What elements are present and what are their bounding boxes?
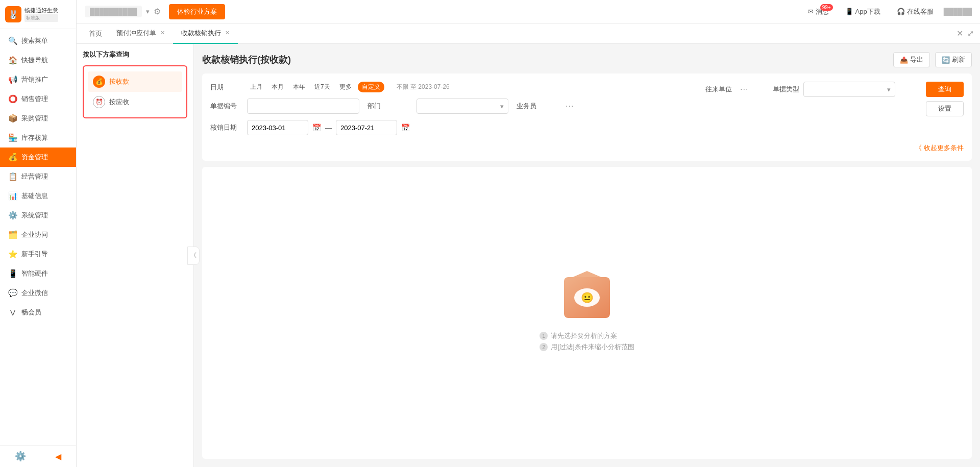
sidebar-bottom: ⚙️ ◀ <box>0 445 76 467</box>
sidebar-item-search-menu[interactable]: 🔍 搜索菜单 <box>0 31 76 51</box>
empty-state: 😐 1 请先选择要分析的方案 2 用[过滤]条件来缩小分析范围 <box>202 167 972 459</box>
sidebar-collapse-icon[interactable]: ◀ <box>55 452 61 461</box>
doc-type-chevron-icon: ▾ <box>887 86 891 93</box>
date-this-month[interactable]: 本月 <box>268 82 287 92</box>
counterparty-label: 往来单位 <box>705 85 732 94</box>
sidebar-item-finance[interactable]: 💰 资金管理 <box>0 148 76 167</box>
empty-hint-2: 用[过滤]条件来缩小分析范围 <box>551 342 634 352</box>
operations-icon: 📋 <box>8 172 17 181</box>
date-7days[interactable]: 近7天 <box>311 82 333 92</box>
filter-panel-title: 按以下方案查询 <box>83 50 187 59</box>
panel-collapse-button[interactable]: 《 <box>187 247 200 265</box>
export-button[interactable]: 📤 导出 <box>893 52 930 67</box>
writeoff-end-cal-icon[interactable]: 📅 <box>401 124 410 132</box>
writeoff-end-date[interactable] <box>336 120 397 135</box>
refresh-button[interactable]: 🔄 刷新 <box>935 52 972 67</box>
finance-icon: 💰 <box>8 153 17 162</box>
content-header: 收款核销执行(按收款) 📤 导出 🔄 刷新 <box>202 52 972 67</box>
receivable-icon: ⏰ <box>93 96 105 108</box>
date-range-display: 不限 至 2023-07-26 <box>397 83 450 91</box>
dept-select[interactable]: ▾ <box>416 99 508 114</box>
date-last-month[interactable]: 上月 <box>247 82 265 92</box>
home-icon: 🏠 <box>8 56 17 65</box>
sidebar-item-operations[interactable]: 📋 经营管理 <box>0 167 76 186</box>
filter-area: 日期 上月 本月 本年 近7天 更多 自定义 不限 至 2023-07-26 <box>202 73 972 161</box>
logo-icon: 🐰 <box>5 6 21 22</box>
tab-close-all-icon[interactable]: ✕ <box>957 29 963 38</box>
tab-expand-icon[interactable]: ⤢ <box>967 29 974 38</box>
counterparty-select[interactable]: ··· <box>740 85 748 94</box>
sales-select[interactable]: ··· <box>566 102 574 111</box>
basic-info-icon: 📊 <box>8 191 17 201</box>
wechat-icon: 💬 <box>8 288 17 298</box>
doc-type-label: 单据类型 <box>773 85 799 94</box>
topbar: ██████████ ▾ ⚙ 体验行业方案 ✉ 消息 99+ 📱 App下载 🎧… <box>77 0 980 23</box>
date-more[interactable]: 更多 <box>336 82 355 92</box>
tabbar: 首页 预付冲应付单 ✕ 收款核销执行 ✕ ✕ ⤢ <box>77 23 980 44</box>
filter-options-box: 💰 按收款 ⏰ 按应收 <box>83 65 187 118</box>
tab-home[interactable]: 首页 <box>83 23 108 44</box>
collapse-icon: 《 <box>915 143 922 153</box>
sidebar-item-purchase[interactable]: 📦 采购管理 <box>0 109 76 128</box>
sidebar-item-smart-hw[interactable]: 📱 智能硬件 <box>0 264 76 283</box>
collapse-more-button[interactable]: 《 收起更多条件 <box>210 141 964 153</box>
phone-icon: 📱 <box>845 8 853 15</box>
message-button[interactable]: ✉ 消息 99+ <box>808 7 829 16</box>
settings-gear-icon[interactable]: ⚙ <box>154 7 161 16</box>
doc-no-input[interactable] <box>247 99 359 114</box>
sidebar-item-enterprise[interactable]: 🗂️ 企业协同 <box>0 225 76 244</box>
empty-hints: 1 请先选择要分析的方案 2 用[过滤]条件来缩小分析范围 <box>540 331 634 354</box>
empty-illustration: 😐 <box>556 272 618 323</box>
online-service-button[interactable]: 🎧 在线客服 <box>897 7 934 16</box>
sidebar-item-system[interactable]: ⚙️ 系统管理 <box>0 206 76 225</box>
headset-icon: 🎧 <box>897 8 905 15</box>
vip-icon: V <box>8 308 17 317</box>
app-download-button[interactable]: 📱 App下载 <box>845 7 880 16</box>
search-icon: 🔍 <box>8 36 17 45</box>
filter-row-docno: 单据编号 部门 ▾ 业务员 ··· <box>210 99 699 114</box>
sidebar-item-quick-nav[interactable]: 🏠 快捷导航 <box>0 51 76 70</box>
refresh-icon: 🔄 <box>942 56 950 64</box>
sidebar-item-basic-info[interactable]: 📊 基础信息 <box>0 186 76 206</box>
doc-type-select[interactable]: ▾ <box>803 82 895 97</box>
inventory-icon: 🏪 <box>8 133 17 142</box>
sidebar-item-guide[interactable]: ⭐ 新手引导 <box>0 244 76 264</box>
content-area: 按以下方案查询 💰 按收款 ⏰ 按应收 《 收款核销执行(按收款) <box>77 44 980 467</box>
sidebar-settings-icon[interactable]: ⚙️ <box>15 451 26 462</box>
sidebar-item-marketing[interactable]: 📢 营销推广 <box>0 70 76 89</box>
user-display: ██████ <box>944 8 972 15</box>
writeoff-start-cal-icon[interactable]: 📅 <box>312 124 321 132</box>
filter-by-receipt[interactable]: 💰 按收款 <box>88 71 182 92</box>
tab-prepay[interactable]: 预付冲应付单 ✕ <box>108 23 173 44</box>
smart-hw-icon: 📱 <box>8 269 17 278</box>
writeoff-start-date[interactable] <box>247 120 308 135</box>
writeoff-date-label: 核销日期 <box>210 123 239 132</box>
dept-chevron-icon: ▾ <box>500 103 504 110</box>
guide-icon: ⭐ <box>8 250 17 259</box>
empty-hint-1: 请先选择要分析的方案 <box>551 331 617 340</box>
sales-label: 业务员 <box>517 102 557 111</box>
sales-icon: ⭕ <box>8 94 17 104</box>
sidebar-item-wechat[interactable]: 💬 企业微信 <box>0 283 76 303</box>
filter-by-receivable[interactable]: ⏰ 按应收 <box>88 92 182 112</box>
account-display: ██████████ <box>85 6 142 17</box>
dept-label: 部门 <box>368 102 408 111</box>
filter-row-date: 日期 上月 本月 本年 近7天 更多 自定义 不限 至 2023-07-26 <box>210 82 699 92</box>
export-icon: 📤 <box>900 56 908 64</box>
sidebar-item-inventory[interactable]: 🏪 库存核算 <box>0 128 76 148</box>
tab-prepay-close-icon[interactable]: ✕ <box>160 30 165 36</box>
tab-collection-writeoff-close-icon[interactable]: ✕ <box>225 30 230 36</box>
sidebar-nav: 🔍 搜索菜单 🏠 快捷导航 📢 营销推广 ⭕ 销售管理 📦 采购管理 🏪 库存核… <box>0 29 76 445</box>
left-filter-panel: 按以下方案查询 💰 按收款 ⏰ 按应收 《 <box>77 44 194 467</box>
tab-collection-writeoff[interactable]: 收款核销执行 ✕ <box>173 23 238 44</box>
date-this-year[interactable]: 本年 <box>290 82 308 92</box>
settings-button[interactable]: 设置 <box>926 101 964 116</box>
query-button[interactable]: 查询 <box>926 82 964 97</box>
solution-button[interactable]: 体验行业方案 <box>169 4 225 19</box>
date-custom[interactable]: 自定义 <box>358 82 384 92</box>
account-dropdown-icon[interactable]: ▾ <box>146 8 150 15</box>
purchase-icon: 📦 <box>8 114 17 123</box>
sidebar-item-vip[interactable]: V 畅会员 <box>0 303 76 322</box>
sidebar-item-sales[interactable]: ⭕ 销售管理 <box>0 89 76 109</box>
marketing-icon: 📢 <box>8 75 17 84</box>
